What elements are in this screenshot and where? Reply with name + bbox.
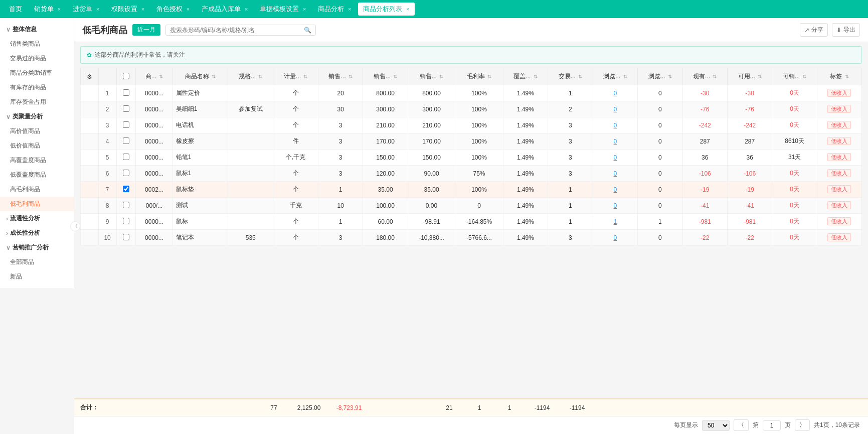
nav-permission[interactable]: 权限设置 × — [106, 3, 149, 16]
sort-views2-icon: ⇅ — [668, 74, 672, 79]
row-views1-3[interactable]: 0 — [593, 133, 637, 150]
nav-close-goods-analysis[interactable]: × — [348, 6, 351, 12]
sidebar-group-cluster[interactable]: ∨ 类聚量分析 — [0, 109, 74, 124]
notice-icon: ✿ — [87, 52, 92, 59]
sidebar-item-high-value[interactable]: 高价值商品 — [0, 124, 74, 138]
row-spec-2 — [228, 117, 273, 133]
row-checkbox-7[interactable] — [116, 198, 136, 214]
row-gross-margin-9: -5766.6... — [455, 230, 503, 246]
nav-goods-analysis-list[interactable]: 商品分析列表 × — [358, 3, 414, 16]
row-views1-7[interactable]: 0 — [593, 198, 637, 214]
nav-purchase-order[interactable]: 进货单 × — [68, 3, 104, 16]
page-title: 低毛利商品 — [82, 24, 127, 36]
col-gross-margin[interactable]: 毛利率 ⇅ — [455, 68, 503, 85]
row-checkbox-8[interactable] — [116, 214, 136, 230]
col-code[interactable]: 商... ⇅ — [136, 68, 173, 85]
page-input[interactable] — [763, 420, 781, 430]
col-trade-count[interactable]: 交易... ⇅ — [548, 68, 593, 85]
nav-template[interactable]: 单据模板设置 × — [255, 3, 311, 16]
col-views1[interactable]: 浏览... ⇅ — [593, 68, 637, 85]
row-checkbox-1[interactable] — [116, 101, 136, 117]
row-views1-5[interactable]: 0 — [593, 166, 637, 182]
row-views1-6[interactable]: 0 — [593, 182, 637, 198]
row-checkbox-2[interactable] — [116, 117, 136, 133]
row-checkbox-9[interactable] — [116, 230, 136, 246]
row-sales-qty-0: 20 — [318, 85, 363, 101]
row-unit-9: 个 — [273, 230, 318, 246]
row-coverage-7: 1.49% — [503, 198, 548, 214]
sidebar-item-low-profit[interactable]: 低毛利商品 — [0, 197, 74, 211]
nav-close-role[interactable]: × — [187, 6, 190, 12]
search-input[interactable] — [170, 27, 302, 34]
col-settings[interactable]: ⚙ — [81, 68, 99, 85]
per-page-select[interactable]: 50 100 200 — [702, 420, 730, 431]
col-unit[interactable]: 计量... ⇅ — [273, 68, 318, 85]
col-sales-qty[interactable]: 销售... ⇅ — [318, 68, 363, 85]
sidebar-group-flow[interactable]: › 流通性分析 — [0, 211, 74, 226]
row-views1-1[interactable]: 0 — [593, 101, 637, 117]
row-code-9: 0000... — [136, 230, 173, 246]
col-sales-profit[interactable]: 销售... ⇅ — [408, 68, 455, 85]
sidebar-group-overall[interactable]: ∨ 整体信息 — [0, 22, 74, 37]
sidebar-item-category-rate[interactable]: 商品分类助销率 — [0, 66, 74, 80]
col-name[interactable]: 商品名称 ⇅ — [172, 68, 228, 85]
col-current-stock[interactable]: 现有... ⇅ — [682, 68, 727, 85]
row-views1-9[interactable]: 0 — [593, 230, 637, 246]
nav-sales-order[interactable]: 销货单 × — [29, 3, 66, 16]
sidebar-collapse-btn[interactable]: 《 — [70, 221, 80, 231]
export-button[interactable]: ⬇ 导出 — [832, 23, 860, 37]
nav-close-purchase[interactable]: × — [96, 6, 99, 12]
row-available-stock-9: -22 — [727, 230, 772, 246]
sort-sales-amount-icon: ⇅ — [393, 74, 397, 79]
row-code-2: 0000... — [136, 117, 173, 133]
sidebar-item-low-value[interactable]: 低价值商品 — [0, 138, 74, 153]
sidebar-item-traded-goods[interactable]: 交易过的商品 — [0, 51, 74, 66]
sidebar-item-in-stock-goods[interactable]: 有库存的商品 — [0, 80, 74, 95]
select-all-checkbox[interactable] — [123, 73, 129, 79]
sidebar-item-high-profit[interactable]: 高毛利商品 — [0, 182, 74, 197]
col-coverage[interactable]: 覆盖... ⇅ — [503, 68, 548, 85]
nav-goods-analysis[interactable]: 商品分析 × — [313, 3, 356, 16]
prev-page-btn[interactable]: 〈 — [734, 419, 749, 431]
row-views1-2[interactable]: 0 — [593, 117, 637, 133]
row-views1-8[interactable]: 1 — [593, 214, 637, 230]
row-checkbox-4[interactable] — [116, 150, 136, 166]
row-views1-0[interactable]: 0 — [593, 85, 637, 101]
sort-trade-icon: ⇅ — [578, 74, 582, 79]
nav-close-sales[interactable]: × — [58, 6, 61, 12]
col-views2[interactable]: 浏览... ⇅ — [638, 68, 682, 85]
sidebar-item-stock-capital[interactable]: 库存资金占用 — [0, 95, 74, 109]
nav-close-template[interactable]: × — [303, 6, 306, 12]
search-icon[interactable]: 🔍 — [304, 27, 311, 34]
row-saleable-days-2: 0天 — [772, 117, 817, 133]
share-button[interactable]: ↗ 分享 — [800, 23, 828, 37]
col-sales-amount[interactable]: 销售... ⇅ — [363, 68, 408, 85]
filter-btn[interactable]: 近一月 — [132, 24, 160, 36]
sidebar-item-low-coverage[interactable]: 低覆盖度商品 — [0, 168, 74, 182]
nav-product-entry[interactable]: 产成品入库单 × — [197, 3, 253, 16]
row-checkbox-0[interactable] — [116, 85, 136, 101]
nav-close-permission[interactable]: × — [141, 6, 144, 12]
sidebar-item-high-coverage[interactable]: 高覆盖度商品 — [0, 153, 74, 168]
col-available-stock[interactable]: 可用... ⇅ — [727, 68, 772, 85]
col-spec[interactable]: 规格... ⇅ — [228, 68, 273, 85]
sidebar-item-all-goods[interactable]: 全部商品 — [0, 255, 74, 269]
row-checkbox-3[interactable] — [116, 133, 136, 150]
nav-close-goods-analysis-list[interactable]: × — [406, 6, 409, 12]
col-saleable-days[interactable]: 可销... ⇅ — [772, 68, 817, 85]
row-gross-margin-4: 100% — [455, 150, 503, 166]
col-tag[interactable]: 标签 ⇅ — [817, 68, 861, 85]
sidebar-item-new-goods[interactable]: 新品 — [0, 269, 74, 284]
nav-role-auth[interactable]: 角色授权 × — [151, 3, 195, 16]
sidebar-item-sales-goods[interactable]: 销售类商品 — [0, 37, 74, 51]
sidebar-group-growth[interactable]: › 成长性分析 — [0, 226, 74, 240]
sidebar-group-marketing[interactable]: ∨ 营销推广分析 — [0, 240, 74, 255]
nav-close-product[interactable]: × — [245, 6, 248, 12]
search-box[interactable]: 🔍 — [165, 25, 316, 36]
nav-home[interactable]: 首页 — [4, 3, 27, 16]
row-coverage-8: 1.49% — [503, 214, 548, 230]
row-checkbox-5[interactable] — [116, 166, 136, 182]
row-checkbox-6[interactable] — [116, 182, 136, 198]
next-page-btn[interactable]: 〉 — [795, 419, 810, 431]
row-views1-4[interactable]: 0 — [593, 150, 637, 166]
